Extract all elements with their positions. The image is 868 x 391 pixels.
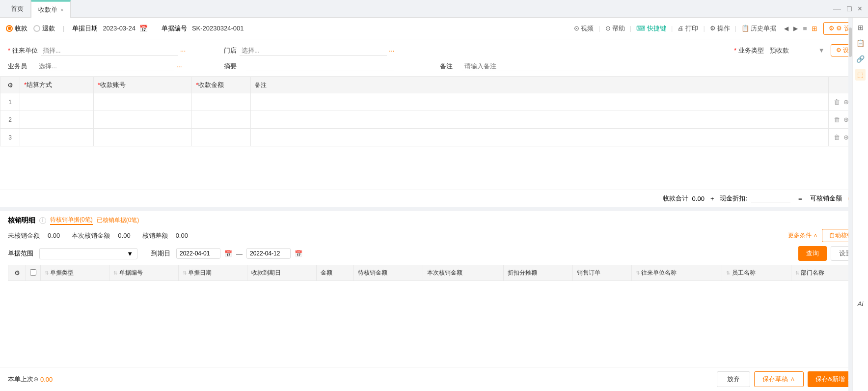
verify-stats: 未核销金额 0.00 本次核销金额 0.00 核销差额 0.00 更多条件 ∧ …: [8, 229, 860, 242]
range-label: 单据范围: [8, 249, 33, 258]
verify-section: 核销明细 i 待核销单据(0笔) 已核销单据(0笔) 未核销金额 0.00 本次…: [0, 211, 868, 299]
grid-btn[interactable]: ⊞: [810, 24, 819, 33]
more-conditions-btn[interactable]: 更多条件 ∧: [788, 231, 818, 240]
doc-label: 单据编号: [162, 24, 187, 33]
scrollbar-thumb[interactable]: [849, 28, 852, 57]
verify-tab-done[interactable]: 已核销单据(0笔): [97, 216, 139, 224]
counterpart-input[interactable]: [41, 46, 178, 56]
save-draft-button[interactable]: 保存草稿 ∧: [754, 371, 804, 387]
store-field: 门店 ···: [224, 46, 420, 56]
row-num-1: 1: [0, 93, 20, 111]
verify-title: 核销明细: [8, 216, 35, 225]
vcol-num: ⇅ 单据编号: [109, 265, 178, 281]
main-toolbar: 收款 退款 | 单据日期 2023-03-24 📅 单据编号 SK-202303…: [0, 18, 868, 39]
tab-close-icon[interactable]: ×: [60, 7, 63, 13]
section-divider: [0, 207, 868, 211]
window-close[interactable]: ×: [856, 3, 864, 14]
row-settlement-1[interactable]: [20, 93, 94, 111]
row-amount-2[interactable]: [192, 111, 251, 129]
vcol-gear: ⚙: [8, 265, 26, 281]
row-note-3[interactable]: [251, 129, 829, 146]
sidebar-link-icon[interactable]: 🔗: [854, 53, 867, 65]
row-note-2[interactable]: [251, 111, 829, 129]
calendar-icon[interactable]: 📅: [139, 25, 148, 32]
help-btn[interactable]: ⊙ 帮助: [605, 24, 625, 33]
receipt-table-body: 1 🗑 ⊕ 2 🗑: [0, 93, 868, 146]
staff-field: 业务员 ···: [8, 61, 204, 71]
counterpart-more-icon[interactable]: ···: [180, 47, 186, 55]
vcol-staff: ⇅ 员工名称: [722, 265, 791, 281]
calendar-from-icon[interactable]: 📅: [224, 250, 232, 257]
business-type-dropdown[interactable]: ▼: [818, 47, 825, 54]
date-to-input[interactable]: [246, 248, 291, 259]
sidebar-active-icon[interactable]: ⬚: [855, 69, 866, 81]
doc-value: SK-20230324-001: [192, 25, 244, 32]
abandon-button[interactable]: 放弃: [717, 371, 750, 387]
print-btn[interactable]: 🖨 打印: [678, 24, 698, 33]
col-account: *收款账号: [94, 77, 192, 93]
query-button[interactable]: 查询: [798, 246, 827, 261]
row-account-3[interactable]: [94, 129, 192, 146]
window-minimize[interactable]: —: [831, 3, 843, 14]
tab-current-label: 收款单: [38, 5, 57, 14]
calendar-to-icon[interactable]: 📅: [295, 250, 302, 257]
date-from-input[interactable]: [176, 248, 220, 259]
verify-tab-pending[interactable]: 待核销单据(0笔): [50, 216, 93, 225]
radio-receipt[interactable]: 收款: [6, 24, 27, 33]
row-note-1[interactable]: [251, 93, 829, 111]
row-settlement-2[interactable]: [20, 111, 94, 129]
row-account-1[interactable]: [94, 93, 192, 111]
history-btn[interactable]: 📋 历史单据: [741, 24, 776, 33]
col-note: 备注: [251, 77, 829, 93]
counterpart-label: 往来单位: [8, 46, 41, 55]
separator1: |: [63, 25, 64, 32]
table-gear-icon[interactable]: ⚙: [7, 82, 13, 89]
window-maximize[interactable]: □: [845, 3, 854, 14]
due-date-label: 到期日: [151, 249, 170, 258]
sidebar-doc-icon[interactable]: 📋: [854, 37, 867, 49]
tab-home[interactable]: 首页: [4, 0, 31, 18]
summary-field: 摘要: [224, 61, 420, 71]
sidebar-table-icon[interactable]: ⊞: [856, 22, 866, 33]
history-icon: 📋: [741, 25, 749, 32]
select-all-checkbox[interactable]: [30, 269, 36, 276]
delete-row-2-icon[interactable]: 🗑: [834, 116, 840, 123]
delete-row-3-icon[interactable]: 🗑: [834, 134, 840, 141]
row-amount-3[interactable]: [192, 129, 251, 146]
range-select[interactable]: ▼: [39, 248, 137, 259]
staff-more-icon[interactable]: ···: [176, 62, 182, 70]
scrollbar[interactable]: [848, 18, 852, 391]
business-type-label: 业务类型: [734, 46, 767, 55]
table-row: 1 🗑 ⊕: [0, 93, 868, 111]
store-more-icon[interactable]: ···: [389, 47, 395, 55]
operations-btn[interactable]: ⚙ 操作: [710, 24, 730, 33]
summary-input[interactable]: [246, 61, 394, 71]
doc-field: 单据编号 SK-20230324-001: [162, 24, 244, 33]
row-settlement-3[interactable]: [20, 129, 94, 146]
delete-row-1-icon[interactable]: 🗑: [834, 98, 840, 106]
store-input[interactable]: [240, 46, 387, 56]
vcol-type: ⇅ 单据类型: [41, 265, 109, 281]
video-btn[interactable]: ⊙ 视频: [574, 24, 594, 33]
date-field: 单据日期 2023-03-24 📅: [72, 24, 148, 33]
menu-btn[interactable]: ≡: [801, 24, 809, 33]
radio-refund-label: 退款: [42, 24, 55, 33]
tab-current[interactable]: 收款单 ×: [31, 0, 71, 18]
radio-refund[interactable]: 退款: [33, 24, 55, 33]
shortcut-btn[interactable]: ⌨ 快捷键: [636, 24, 666, 33]
nav-next-btn[interactable]: ▶: [791, 24, 800, 33]
verify-diff-label: 核销差额: [142, 231, 168, 240]
radio-refund-circle: [33, 25, 40, 32]
cash-discount-input[interactable]: [751, 195, 790, 202]
verify-info-icon[interactable]: i: [39, 217, 46, 224]
verify-gear-icon[interactable]: ⚙: [14, 269, 20, 277]
note-input[interactable]: [462, 61, 610, 71]
bottom-bar: 本单上次⊙ 0.00 放弃 保存草稿 ∧ 保存&新增 ∧: [0, 367, 868, 391]
row-account-2[interactable]: [94, 111, 192, 129]
row-amount-1[interactable]: [192, 93, 251, 111]
counterpart-field: 往来单位 ···: [8, 46, 204, 56]
staff-input[interactable]: [37, 61, 174, 71]
radio-receipt-circle: [6, 25, 13, 32]
video-label: 视频: [581, 24, 594, 33]
nav-prev-btn[interactable]: ◀: [782, 24, 790, 33]
